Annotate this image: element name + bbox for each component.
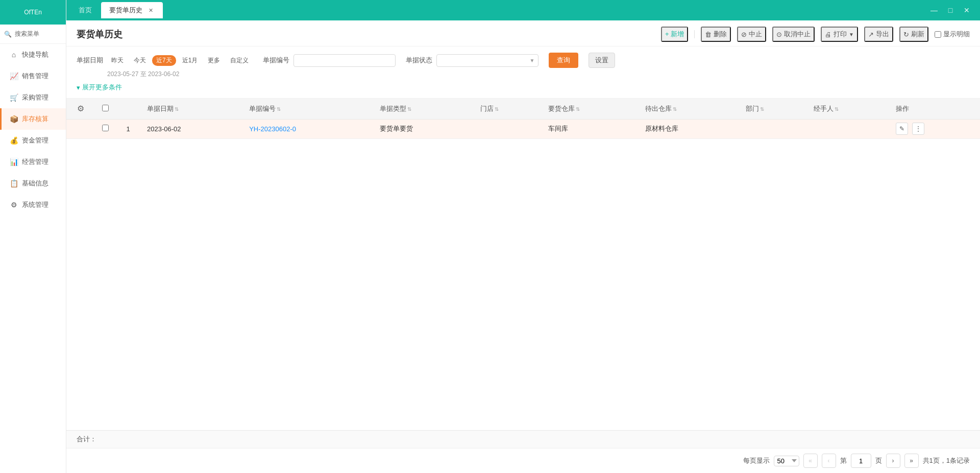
select-all-checkbox[interactable]	[102, 105, 109, 111]
refresh-button[interactable]: ↻ 刷新	[899, 27, 928, 42]
show-detail-label: 显示明细	[943, 30, 970, 39]
sidebar-item-inventory[interactable]: 📦 库存核算	[0, 108, 66, 130]
nav-label-system: 系统管理	[22, 200, 48, 209]
new-button[interactable]: + 新增	[661, 27, 688, 42]
status-filter: 单据状态	[406, 54, 538, 67]
row-store-0	[474, 119, 542, 138]
minimize-button[interactable]: —	[929, 5, 939, 15]
suspend-button[interactable]: ⊘ 中止	[737, 27, 766, 42]
sidebar-item-sales[interactable]: 📈 销售管理	[0, 65, 66, 87]
doctype-col-header: 单据类型⇅	[374, 99, 474, 119]
search-label: 搜索菜单	[15, 30, 39, 38]
query-button[interactable]: 查询	[549, 53, 578, 68]
page-size-label: 每页显示	[743, 456, 770, 465]
date-shortcut-2[interactable]: 近7天	[152, 55, 176, 66]
print-button[interactable]: 🖨 打印 ▼	[821, 27, 858, 42]
handler-sort-icon[interactable]: ⇅	[835, 106, 839, 112]
logo-text: OfTEn	[24, 9, 42, 16]
tab-close-requisition-history[interactable]: ✕	[146, 6, 155, 14]
column-settings-button[interactable]: ⚙	[72, 101, 89, 117]
doc-number-input[interactable]	[293, 54, 396, 67]
nav-icon-sales: 📈	[10, 72, 18, 80]
settings-button[interactable]: 设置	[589, 53, 615, 68]
total-label: 合计：	[77, 435, 96, 443]
settings-col-header: ⚙	[66, 99, 95, 119]
row-date-0: 2023-06-02	[141, 119, 243, 138]
pagination-summary: 共1页，1条记录	[923, 456, 970, 465]
page-header: 要货单历史 + 新增 🗑 删除 ⊘ 中止 ⊙ 取消中止 🖨 打	[66, 20, 980, 46]
first-page-button[interactable]: «	[803, 454, 818, 468]
row-handler-0	[807, 119, 890, 138]
sidebar-item-finance[interactable]: 💰 资金管理	[0, 130, 66, 151]
expand-more-button[interactable]: ▾ 展开更多条件	[77, 83, 970, 92]
row-pendwh-0: 原材料仓库	[639, 119, 740, 138]
tab-home[interactable]: 首页	[70, 2, 100, 18]
close-button[interactable]: ✕	[962, 5, 972, 15]
table-header-row: ⚙ 单据日期⇅ 单据编号⇅ 单据类型⇅	[66, 99, 980, 119]
row-more-btn-0[interactable]: ⋮	[912, 123, 924, 135]
doctype-sort-icon[interactable]: ⇅	[407, 106, 411, 112]
sidebar-nav: ⌂ 快捷导航 📈 销售管理 🛒 采购管理 📦 库存核算 💰 资金管理 📊 经营管…	[0, 44, 66, 216]
export-button[interactable]: ↗ 导出	[864, 27, 893, 42]
docno-sort-icon[interactable]: ⇅	[277, 106, 281, 112]
reqwh-sort-icon[interactable]: ⇅	[576, 106, 580, 112]
date-shortcut-1[interactable]: 今天	[130, 55, 150, 66]
page-size-select[interactable]: 50 10 20 100	[774, 456, 799, 466]
row-docno-link-0[interactable]: YH-20230602-0	[249, 125, 296, 133]
sidebar-item-quick-nav[interactable]: ⌂ 快捷导航	[0, 44, 66, 65]
date-sort-icon[interactable]: ⇅	[175, 106, 179, 112]
status-label: 单据状态	[406, 56, 432, 65]
status-select[interactable]	[436, 54, 538, 67]
row-edit-btn-0[interactable]: ✎	[896, 123, 908, 135]
table-footer: 合计：	[66, 430, 980, 448]
maximize-button[interactable]: □	[945, 5, 955, 15]
row-actions-0: ✎ ⋮	[890, 119, 980, 138]
table-row: 1 2023-06-02 YH-20230602-0 要货单要货 车间库 原材料…	[66, 119, 980, 138]
filter-row: 单据日期 昨天今天近7天近1月更多自定义 单据编号 单据状态	[77, 53, 970, 68]
date-shortcut-4[interactable]: 更多	[204, 55, 224, 66]
search-icon: 🔍	[4, 31, 12, 38]
row-check-0[interactable]	[102, 125, 109, 131]
cancel-suspend-button[interactable]: ⊙ 取消中止	[772, 27, 815, 42]
doc-number-filter: 单据编号	[263, 54, 396, 67]
page-number-input[interactable]	[851, 454, 871, 468]
date-shortcut-0[interactable]: 昨天	[107, 55, 128, 66]
date-shortcut-3[interactable]: 近1月	[178, 55, 202, 66]
next-page-button[interactable]: ›	[886, 454, 900, 468]
expand-label: 展开更多条件	[82, 83, 122, 92]
dept-sort-icon[interactable]: ⇅	[760, 106, 764, 112]
sidebar-item-basics[interactable]: 📋 基础信息	[0, 173, 66, 194]
sidebar-search[interactable]: 🔍 搜索菜单	[0, 25, 66, 44]
pagination: 每页显示 50 10 20 100 « ‹ 第 页 › » 共1页，1条记录	[66, 448, 980, 473]
nav-label-operations: 经营管理	[22, 157, 48, 167]
prev-page-button[interactable]: ‹	[822, 454, 836, 468]
delete-button[interactable]: 🗑 删除	[701, 27, 731, 42]
nav-label-basics: 基础信息	[22, 179, 48, 188]
tab-requisition-history[interactable]: 要货单历史✕	[101, 2, 163, 18]
window-controls: — □ ✕	[929, 5, 976, 15]
sidebar-item-purchase[interactable]: 🛒 采购管理	[0, 87, 66, 108]
content-area: 要货单历史 + 新增 🗑 删除 ⊘ 中止 ⊙ 取消中止 🖨 打	[66, 20, 980, 473]
nav-label-purchase: 采购管理	[22, 93, 48, 102]
nav-icon-quick-nav: ⌂	[10, 51, 18, 59]
expand-icon: ▾	[77, 84, 80, 91]
store-col-header: 门店⇅	[474, 99, 542, 119]
row-checkbox-0	[95, 119, 115, 138]
tab-bar: 首页要货单历史✕ — □ ✕	[66, 0, 980, 20]
show-detail-checkbox[interactable]	[935, 31, 941, 38]
sidebar-item-system[interactable]: ⚙ 系统管理	[0, 194, 66, 216]
store-sort-icon[interactable]: ⇅	[495, 106, 499, 112]
date-label: 单据日期	[77, 56, 103, 65]
date-shortcut-5[interactable]: 自定义	[226, 55, 253, 66]
date-filter: 单据日期 昨天今天近7天近1月更多自定义	[77, 55, 253, 66]
last-page-button[interactable]: »	[904, 454, 919, 468]
pendwh-sort-icon[interactable]: ⇅	[673, 106, 677, 112]
date-range: 2023-05-27 至 2023-06-02	[107, 70, 179, 78]
sidebar-item-operations[interactable]: 📊 经营管理	[0, 151, 66, 173]
date-col-header: 单据日期⇅	[141, 99, 243, 119]
filter-area: 单据日期 昨天今天近7天近1月更多自定义 单据编号 单据状态	[66, 46, 980, 99]
toolbar: + 新增 🗑 删除 ⊘ 中止 ⊙ 取消中止 🖨 打印 ▼	[661, 27, 970, 42]
main-area: 首页要货单历史✕ — □ ✕ 要货单历史 + 新增 🗑 删除 ⊘ 中止	[66, 0, 980, 473]
nav-label-sales: 销售管理	[22, 72, 48, 81]
cancel-suspend-icon: ⊙	[776, 31, 782, 38]
